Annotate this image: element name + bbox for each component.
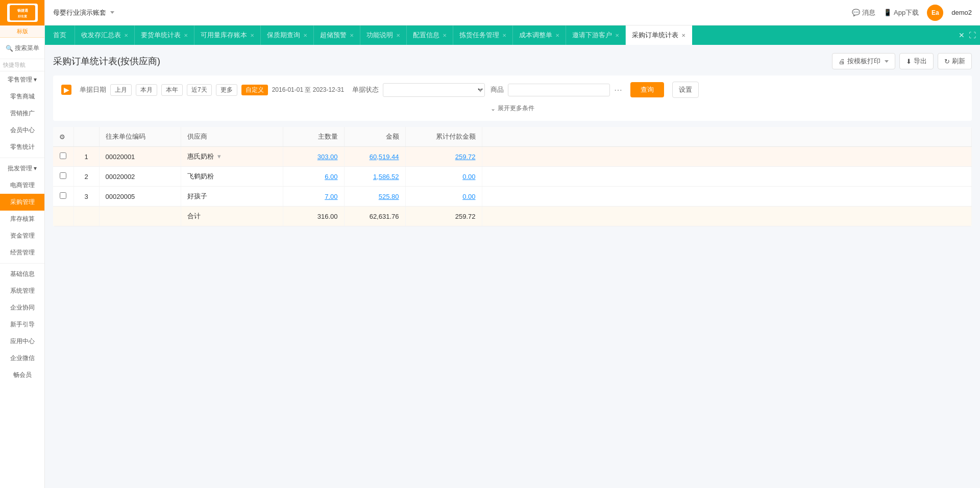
sidebar-item-label: 零售商城 <box>10 93 35 100</box>
sidebar-item-app-center[interactable]: 应用中心 <box>0 333 44 350</box>
sidebar-item-inventory-check[interactable]: 库存核算 <box>0 211 44 227</box>
tab-order-summary[interactable]: 要货单统计表 ✕ <box>135 25 194 45</box>
sidebar-item-retail-mgmt[interactable]: 零售管理 ▾ <box>0 71 44 88</box>
sidebar-item-finance-mgmt[interactable]: 资金管理 <box>0 227 44 244</box>
sidebar-item-retail-stats[interactable]: 零售统计 <box>0 139 44 156</box>
account-selector[interactable]: 母婴行业演示账套 <box>53 8 114 17</box>
goods-label: 商品 <box>491 85 504 94</box>
table-row: 3 00020005 好孩子 7.00 525.80 <box>53 187 972 207</box>
date-7days-button[interactable]: 近7天 <box>187 84 212 96</box>
refresh-button[interactable]: ↻ 刷新 <box>938 53 972 69</box>
divider-1 <box>0 158 44 158</box>
refresh-label: 刷新 <box>952 57 965 66</box>
row1-checkbox[interactable] <box>53 147 74 167</box>
row2-qty[interactable]: 6.00 <box>283 167 344 187</box>
filter-more-section: ⌄ 展开更多条件 <box>61 102 964 115</box>
row1-expand-icon[interactable]: ▾ <box>217 152 221 160</box>
search-label: 搜索菜单 <box>15 44 39 53</box>
row2-paid[interactable]: 0.00 <box>405 167 482 187</box>
tab-function-desc[interactable]: 功能说明 ✕ <box>360 25 407 45</box>
row1-paid[interactable]: 259.72 <box>405 147 482 167</box>
tab-close-overstock-alert[interactable]: ✕ <box>350 33 354 38</box>
date-last-month-button[interactable]: 上月 <box>110 84 132 96</box>
tab-close-invite-downstream[interactable]: ✕ <box>615 33 619 38</box>
row3-paid[interactable]: 0.00 <box>405 187 482 207</box>
message-button[interactable]: 💬 消息 <box>852 8 875 17</box>
app-download-button[interactable]: 📱 App下载 <box>884 8 919 17</box>
goods-input[interactable] <box>508 84 610 96</box>
tab-config-info[interactable]: 配置信息 ✕ <box>407 25 453 45</box>
sidebar-item-marketing[interactable]: 营销推广 <box>0 105 44 122</box>
sidebar-item-new-guide[interactable]: 新手引导 <box>0 316 44 333</box>
user-avatar[interactable]: Ea <box>927 5 943 21</box>
goods-more-icon[interactable]: ⋯ <box>614 85 622 95</box>
expand-conditions-button[interactable]: ⌄ 展开更多条件 <box>484 102 541 115</box>
tab-receive-send[interactable]: 收发存汇总表 ✕ <box>75 25 135 45</box>
setting-button[interactable]: 设置 <box>672 82 699 98</box>
row1-qty[interactable]: 303.00 <box>283 147 344 167</box>
export-button[interactable]: ⬇ 导出 <box>899 53 934 69</box>
tab-close-all-button[interactable]: ✕ <box>959 31 965 39</box>
sidebar-item-retail-shop[interactable]: 零售商城 <box>0 88 44 105</box>
filter-toggle-button[interactable]: ▶ <box>61 85 71 95</box>
sidebar-item-business-mgmt[interactable]: 经营管理 <box>0 244 44 261</box>
date-this-month-button[interactable]: 本月 <box>136 84 157 96</box>
tab-expiry-query[interactable]: 保质期查询 ✕ <box>261 25 314 45</box>
sidebar-item-member-center[interactable]: 会员中心 <box>0 122 44 139</box>
print-button[interactable]: 🖨 按模板打印 <box>832 53 895 69</box>
tab-invite-downstream[interactable]: 邀请下游客户 ✕ <box>566 25 626 45</box>
col-header-supplier: 供应商 <box>181 127 283 147</box>
tab-purchase-stats[interactable]: 采购订单统计表 ✕ <box>626 25 692 45</box>
status-select[interactable] <box>383 83 485 97</box>
sidebar-item-purchase-mgmt[interactable]: 采购管理 <box>0 194 44 211</box>
tab-close-order-summary[interactable]: ✕ <box>184 33 188 38</box>
topbar-left: 母婴行业演示账套 <box>53 8 114 17</box>
sidebar-item-member[interactable]: 畅会员 <box>0 367 44 383</box>
row3-amount[interactable]: 525.80 <box>344 187 405 207</box>
sidebar-item-wholesale-mgmt[interactable]: 批发管理 ▾ <box>0 160 44 177</box>
sidebar-item-enterprise-wechat[interactable]: 企业微信 <box>0 350 44 367</box>
date-more-button[interactable]: 更多 <box>216 84 237 96</box>
tab-close-function-desc[interactable]: ✕ <box>396 33 400 38</box>
sidebar-item-label: 批发管理 ▾ <box>8 165 37 172</box>
expand-label: 展开更多条件 <box>498 104 534 113</box>
date-this-year-button[interactable]: 本年 <box>161 84 183 96</box>
tab-available-inventory[interactable]: 可用量库存账本 ✕ <box>194 25 261 45</box>
search-menu-button[interactable]: 🔍 搜索菜单 <box>3 42 41 55</box>
tab-home[interactable]: 首页 <box>45 25 75 45</box>
tab-pick-task[interactable]: 拣货任务管理 ✕ <box>453 25 513 45</box>
sidebar-item-enterprise-collab[interactable]: 企业协同 <box>0 299 44 316</box>
row1-checkbox-input[interactable] <box>60 152 66 159</box>
page-title: 采购订单统计表(按供应商) <box>53 55 160 67</box>
row2-amount[interactable]: 1,586.52 <box>344 167 405 187</box>
row1-amount[interactable]: 60,519.44 <box>344 147 405 167</box>
row3-checkbox[interactable] <box>53 187 74 207</box>
tab-close-cost-adjust[interactable]: ✕ <box>555 33 559 38</box>
footer-label: 合计 <box>181 207 283 226</box>
row2-checkbox[interactable] <box>53 167 74 187</box>
tab-close-purchase-stats[interactable]: ✕ <box>681 33 685 38</box>
row2-checkbox-input[interactable] <box>60 172 66 179</box>
row3-qty[interactable]: 7.00 <box>283 187 344 207</box>
row1-supplier-text: 惠氏奶粉 <box>187 152 214 160</box>
date-custom-tag[interactable]: 自定义 <box>241 85 268 95</box>
tab-overstock-alert[interactable]: 超储预警 ✕ <box>314 25 360 45</box>
tab-available-inventory-label: 可用量库存账本 <box>201 31 247 40</box>
sidebar-item-basic-info[interactable]: 基础信息 <box>0 266 44 282</box>
row3-checkbox-input[interactable] <box>60 192 66 199</box>
row2-supplier: 飞鹤奶粉 <box>181 167 283 187</box>
tab-cost-adjust[interactable]: 成本调整单 ✕ <box>513 25 566 45</box>
sidebar-item-ecommerce-mgmt[interactable]: 电商管理 <box>0 177 44 194</box>
row2-paid-text: 0.00 <box>462 173 475 181</box>
query-button[interactable]: 查询 <box>630 82 664 97</box>
tab-close-pick-task[interactable]: ✕ <box>502 33 506 38</box>
settings-icon[interactable]: ⚙ <box>59 133 65 141</box>
sidebar-item-system-mgmt[interactable]: 系统管理 <box>0 282 44 299</box>
tab-close-available-inventory[interactable]: ✕ <box>250 33 254 38</box>
tab-expiry-query-label: 保质期查询 <box>267 31 300 40</box>
col-paid-label: 累计付款金额 <box>436 133 476 140</box>
tab-close-expiry-query[interactable]: ✕ <box>303 33 307 38</box>
tab-maximize-button[interactable]: ⛶ <box>969 31 976 39</box>
tab-close-receive-send[interactable]: ✕ <box>124 33 128 38</box>
tab-close-config-info[interactable]: ✕ <box>443 33 447 38</box>
